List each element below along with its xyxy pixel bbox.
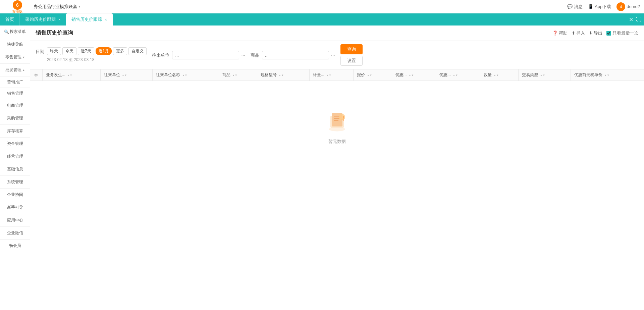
- nav-app[interactable]: 📱 App下载: [588, 4, 611, 10]
- th-partner-name[interactable]: 往来单位名称 ▲▼: [153, 69, 219, 81]
- partner-input[interactable]: [172, 51, 239, 59]
- help-action[interactable]: ❓ 帮助: [552, 30, 568, 36]
- query-button[interactable]: 查询: [340, 44, 363, 54]
- date-label: 日期: [36, 47, 44, 55]
- th-biz-date[interactable]: 业务发生... ▲▼: [42, 69, 100, 81]
- sidebar-item-wechat[interactable]: 企业微信: [0, 227, 30, 240]
- sidebar-item-member[interactable]: 畅会员: [0, 240, 30, 252]
- sidebar-item-operation[interactable]: 经营管理: [0, 150, 30, 163]
- th-quote[interactable]: 报价 ▲▼: [354, 69, 392, 81]
- filter-date-btns: 昨天 今天 近7天 近1月 更多 自定义: [47, 47, 147, 55]
- svg-point-6: [339, 114, 345, 120]
- date-btn-custom[interactable]: 自定义: [128, 47, 147, 55]
- date-btn-1month[interactable]: 近1月: [96, 47, 112, 55]
- page-title: 销售历史价查询: [36, 30, 73, 37]
- sidebar-item-marketing[interactable]: 营销推广: [0, 76, 30, 88]
- expand-window-button[interactable]: ⛶: [636, 16, 641, 22]
- th-goods[interactable]: 商品 ▲▼: [219, 69, 257, 81]
- search-icon: 🔍: [4, 30, 9, 34]
- tab-sales-close[interactable]: ×: [105, 17, 107, 21]
- app-selector[interactable]: 办公用品行业模拟账套 ▾: [34, 4, 80, 10]
- date-btn-today[interactable]: 今天: [62, 47, 76, 55]
- tab-home[interactable]: 首页: [0, 13, 20, 25]
- tab-sales[interactable]: 销售历史价跟踪 ×: [66, 13, 112, 25]
- sidebar-item-wholesale[interactable]: 批发管理 ▴: [0, 64, 30, 76]
- empty-text: 暂元数据: [328, 139, 346, 145]
- user-profile[interactable]: d demo2: [616, 2, 640, 11]
- table-header: ⚙ 业务发生... ▲▼ 往来单位 ▲▼ 往来单位名称 ▲▼: [30, 69, 644, 81]
- import-action[interactable]: ⬆ 导入: [572, 30, 585, 36]
- data-table: ⚙ 业务发生... ▲▼ 往来单位 ▲▼ 往来单位名称 ▲▼: [30, 69, 644, 81]
- date-range-display: 2023-02-18 至 2023-03-18: [47, 57, 147, 63]
- sidebar-item-app-center[interactable]: 应用中心: [0, 214, 30, 227]
- date-btn-yesterday[interactable]: 昨天: [47, 47, 61, 55]
- sidebar-item-retail[interactable]: 零售管理 ▾: [0, 51, 30, 64]
- sort-icon: ▲▼: [122, 74, 127, 77]
- date-btn-more[interactable]: 更多: [113, 47, 127, 55]
- export-action[interactable]: ⬇ 导出: [589, 30, 602, 36]
- sort-icon: ▲▼: [182, 74, 187, 77]
- partner-dots-icon[interactable]: ···: [241, 52, 245, 58]
- filter-date-options: 昨天 今天 近7天 近1月 更多 自定义 2023-02-18 至 2023-0…: [47, 47, 147, 63]
- sort-icon: ▲▼: [540, 74, 545, 77]
- page-actions: ❓ 帮助 ⬆ 导入 ⬇ 导出 只看最后一次: [552, 30, 639, 36]
- chevron-up-icon: ▴: [23, 68, 24, 72]
- filter-area: 日期 昨天 今天 近7天 近1月 更多 自定义 2023-02-18 至 202…: [30, 41, 644, 69]
- th-spec[interactable]: 规格型号 ▲▼: [257, 69, 309, 81]
- only-last-checkbox[interactable]: [606, 31, 611, 36]
- sidebar-item-system[interactable]: 系统管理: [0, 176, 30, 189]
- tab-sales-label: 销售历史价跟踪: [71, 16, 102, 22]
- partner-label: 往来单位: [152, 51, 169, 58]
- sidebar-item-base-info[interactable]: 基础信息: [0, 163, 30, 176]
- sort-icon: ▲▼: [604, 74, 609, 77]
- page-header: 销售历史价查询 ❓ 帮助 ⬆ 导入 ⬇ 导出: [30, 25, 644, 41]
- tab-purchase[interactable]: 采购历史价跟踪 ×: [20, 13, 66, 25]
- gear-icon[interactable]: ⚙: [34, 73, 38, 78]
- export-icon: ⬇: [589, 31, 593, 36]
- table-container: ⚙ 业务发生... ▲▼ 往来单位 ▲▼ 往来单位名称 ▲▼: [30, 69, 644, 310]
- empty-state: 暂元数据: [30, 81, 644, 171]
- topbar-left: 6 标准版 办公用品行业模拟账套 ▾: [4, 0, 80, 13]
- sidebar-item-purchase[interactable]: 采购管理: [0, 112, 30, 125]
- tab-purchase-label: 采购历史价跟踪: [25, 16, 56, 22]
- sidebar-item-inventory[interactable]: 库存核算: [0, 125, 30, 138]
- partner-input-group: ···: [172, 51, 245, 59]
- th-settings[interactable]: ⚙: [30, 69, 42, 81]
- sidebar-item-enterprise[interactable]: 企业协同: [0, 189, 30, 201]
- goods-dots-icon[interactable]: ···: [331, 52, 335, 58]
- nav-chat[interactable]: 💬 消息: [567, 4, 583, 10]
- tab-purchase-close[interactable]: ×: [58, 17, 60, 21]
- sidebar-item-shortcut[interactable]: 快捷导航: [0, 38, 30, 51]
- sort-icon: ▲▼: [493, 74, 499, 77]
- sort-icon: ▲▼: [278, 74, 284, 77]
- page-title-row: 销售历史价查询 ❓ 帮助 ⬆ 导入 ⬇ 导出: [36, 30, 639, 37]
- close-window-button[interactable]: ✕: [629, 16, 633, 23]
- sidebar-item-sales-mgmt[interactable]: 销售管理: [0, 88, 30, 99]
- sidebar-item-finance[interactable]: 资金管理: [0, 138, 30, 150]
- logo-text: 标准版: [12, 10, 22, 13]
- tabbar: 首页 采购历史价跟踪 × 销售历史价跟踪 × ✕ ⛶: [0, 13, 644, 25]
- settings-button[interactable]: 设置: [340, 56, 363, 66]
- help-icon: ❓: [552, 31, 558, 36]
- filter-goods-group: 商品 ···: [251, 51, 335, 59]
- th-trade-type[interactable]: 交易类型 ▲▼: [519, 69, 571, 81]
- app-name: 办公用品行业模拟账套: [34, 4, 77, 10]
- app-download-icon: 📱: [588, 4, 593, 9]
- th-partner-code[interactable]: 往来单位 ▲▼: [100, 69, 153, 81]
- logo-area[interactable]: 6 标准版: [4, 0, 31, 13]
- sort-icon: ▲▼: [409, 74, 414, 77]
- sort-icon: ▲▼: [453, 74, 458, 77]
- sidebar-item-guide[interactable]: 新手引导: [0, 201, 30, 214]
- sort-icon: ▲▼: [367, 74, 372, 77]
- th-pretax-price[interactable]: 优惠前无税单价 ▲▼: [571, 69, 644, 81]
- th-discount1[interactable]: 优惠... ▲▼: [392, 69, 436, 81]
- only-last-action[interactable]: 只看最后一次: [606, 30, 639, 36]
- sidebar-item-ecommerce[interactable]: 电商管理: [0, 99, 30, 112]
- sidebar-item-search[interactable]: 🔍 搜索菜单: [0, 25, 30, 38]
- th-unit[interactable]: 计量... ▲▼: [309, 69, 354, 81]
- date-btn-7days[interactable]: 近7天: [78, 47, 94, 55]
- th-quantity[interactable]: 数量 ▲▼: [480, 69, 518, 81]
- goods-input[interactable]: [262, 51, 329, 59]
- th-discount2[interactable]: 优惠... ▲▼: [436, 69, 480, 81]
- main-layout: 🔍 搜索菜单 快捷导航 零售管理 ▾ 批发管理 ▴ 营销推广 销售管理 电商管理…: [0, 25, 644, 310]
